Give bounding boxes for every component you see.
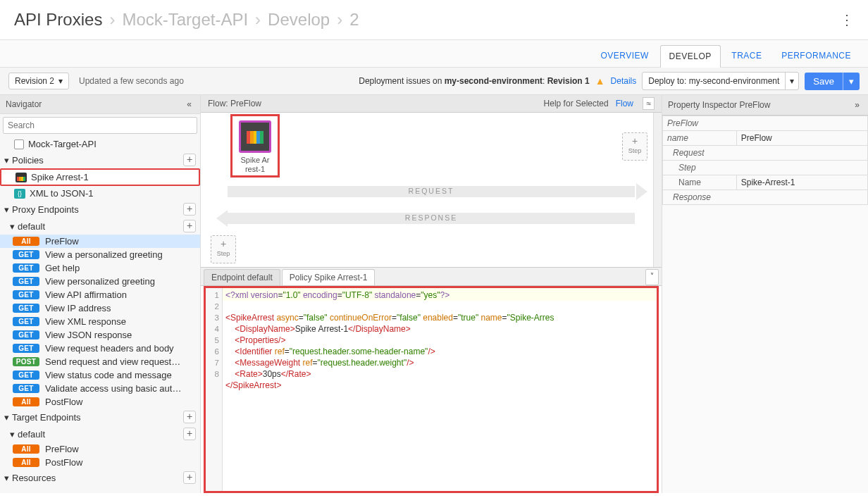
policy-node-spike-arrest[interactable]: Spike Arrest-1 [230,114,280,178]
target-flow-preflow[interactable]: AllPreFlow [0,442,200,456]
chevron-down-icon: ▾ [4,473,9,483]
collapse-flow-icon[interactable]: ≈ [643,97,655,110]
prop-key-stepname: Name [663,175,737,190]
flow-api-affirmation[interactable]: GETView API affirmation [0,288,200,301]
flow-json-response[interactable]: GETView JSON response [0,328,200,342]
expand-inspector-icon[interactable]: » [852,99,862,111]
flow-basic-auth[interactable]: GETValidate access using basic aut… [0,382,200,395]
editor-tab-policy[interactable]: Policy Spike Arrest-1 [282,269,376,285]
document-icon [14,139,24,149]
more-menu-icon[interactable]: ⋮ [840,11,854,28]
add-target-endpoint-button[interactable]: + [183,411,196,423]
chevron-right-icon: › [109,10,115,30]
add-response-step-button[interactable]: +Step [211,235,236,263]
main-panel: Flow: PreFlow Help for Selected Flow ≈ S… [201,95,662,493]
flow-view-personalized-greeting[interactable]: GETView personalized greeting [0,275,200,288]
code-editor[interactable]: 12345678 <?xml version="1.0" encoding="U… [204,286,659,493]
inspector-section: PreFlow [663,116,868,131]
crumb-develop[interactable]: Develop [268,10,330,30]
flow-postflow[interactable]: AllPostFlow [0,395,200,409]
arrow-left-icon [216,210,228,227]
search-input[interactable] [3,117,197,134]
navigator-title: Navigator [6,99,42,109]
add-flow-button[interactable]: + [183,220,196,232]
line-gutter: 12345678 [206,288,223,491]
inspector-response: Response [663,190,868,205]
prop-val-stepname[interactable]: Spike-Arrest-1 [736,175,867,190]
section-target-endpoints[interactable]: ▾Target Endpoints + [0,409,200,425]
policy-spike-arrest[interactable]: Spike Arrest-1 [0,168,200,186]
tab-overview[interactable]: OVERVIEW [592,45,657,66]
scrollbar[interactable] [653,113,662,267]
editor-tab-endpoint[interactable]: Endpoint default [204,269,280,285]
property-inspector: Property Inspector PreFlow » PreFlow nam… [662,95,868,493]
chevron-down-icon: ▾ [785,73,798,89]
flow-status-code[interactable]: GETView status code and message [0,368,200,382]
navigator-panel: Navigator « Mock-Target-API ▾Policies + … [0,95,201,493]
tree-root[interactable]: Mock-Target-API [0,137,200,151]
prop-val-name[interactable]: PreFlow [736,131,867,146]
crumb-api-proxies[interactable]: API Proxies [14,10,102,30]
chevron-right-icon: › [255,10,261,30]
add-policy-button[interactable]: + [183,154,196,166]
add-resource-button[interactable]: + [183,471,196,484]
warning-icon: ▲ [595,75,605,87]
xml-to-json-icon [14,189,25,199]
tab-performance[interactable]: PERFORMANCE [773,45,860,66]
target-flow-postflow[interactable]: AllPostFlow [0,456,200,469]
tab-trace[interactable]: TRACE [723,45,770,66]
top-bar: API Proxies › Mock-Target-API › Develop … [0,0,868,40]
code-content[interactable]: <?xml version="1.0" encoding="UTF-8" sta… [223,288,657,491]
revision-select[interactable]: Revision 2▾ [8,73,69,89]
tab-develop[interactable]: DEVELOP [660,45,721,68]
proxy-endpoint-default[interactable]: ▾default + [0,218,200,235]
chevron-down-icon: ▾ [10,429,15,440]
deploy-to-select[interactable]: Deploy to: my-second-environment▾ [642,72,799,90]
add-request-step-button[interactable]: +Step [622,132,647,161]
arrow-right-icon [636,183,647,200]
breadcrumb: API Proxies › Mock-Target-API › Develop … [14,10,359,30]
editor-tabs-more[interactable]: ˅ [645,269,659,285]
inspector-request: Request [663,146,868,161]
spike-arrest-icon [239,120,271,153]
section-policies[interactable]: ▾Policies + [0,151,200,168]
flow-canvas: Spike Arrest-1 +Step REQUEST RESPONSE +S… [201,113,662,268]
chevron-down-icon: ▾ [4,412,9,423]
crumb-proxy-name[interactable]: Mock-Target-API [122,10,248,30]
section-resources[interactable]: ▾Resources + [0,469,200,486]
details-link[interactable]: Details [611,76,637,86]
chevron-right-icon: › [337,10,342,30]
prop-key-name: name [663,131,737,146]
flow-personalized-greeting[interactable]: GETView a personalized greeting [0,248,200,261]
flow-title: Flow: PreFlow [208,99,261,108]
save-button[interactable]: Save▾ [805,73,860,90]
chevron-down-icon: ▾ [58,76,63,86]
flow-preflow[interactable]: AllPreFlow [0,235,200,248]
add-proxy-endpoint-button[interactable]: + [183,203,196,216]
help-label: Help for Selected [544,99,609,108]
deployment-message: Deployment issues on my-second-environme… [359,76,589,86]
workspace: Navigator « Mock-Target-API ▾Policies + … [0,95,868,493]
policy-xml-to-json[interactable]: XML to JSON-1 [0,186,200,201]
flow-request-headers-body[interactable]: GETView request headers and body [0,342,200,355]
flow-get-help[interactable]: GETGet help [0,261,200,275]
collapse-navigator-icon[interactable]: « [184,98,194,111]
target-endpoint-default[interactable]: ▾default + [0,425,200,442]
add-target-flow-button[interactable]: + [183,428,196,440]
chevron-down-icon: ▾ [4,204,9,215]
editor-tabs: Endpoint default Policy Spike Arrest-1 ˅ [201,268,662,286]
chevron-down-icon: ▾ [10,221,15,232]
spike-arrest-icon [16,173,27,182]
help-flow-link[interactable]: Flow [616,99,633,108]
flow-send-request[interactable]: POSTSend request and view request… [0,355,200,368]
flow-ip-address[interactable]: GETView IP address [0,301,200,315]
chevron-down-icon: ▾ [4,155,9,166]
flow-xml-response[interactable]: GETView XML response [0,315,200,328]
section-proxy-endpoints[interactable]: ▾Proxy Endpoints + [0,201,200,218]
response-label: RESPONSE [405,213,457,222]
chevron-down-icon[interactable]: ▾ [843,73,860,90]
tabs-row: OVERVIEW DEVELOP TRACE PERFORMANCE [0,40,868,68]
info-row: Revision 2▾ Updated a few seconds ago De… [0,68,868,95]
updated-label: Updated a few seconds ago [79,76,184,86]
inspector-step: Step [663,161,868,175]
